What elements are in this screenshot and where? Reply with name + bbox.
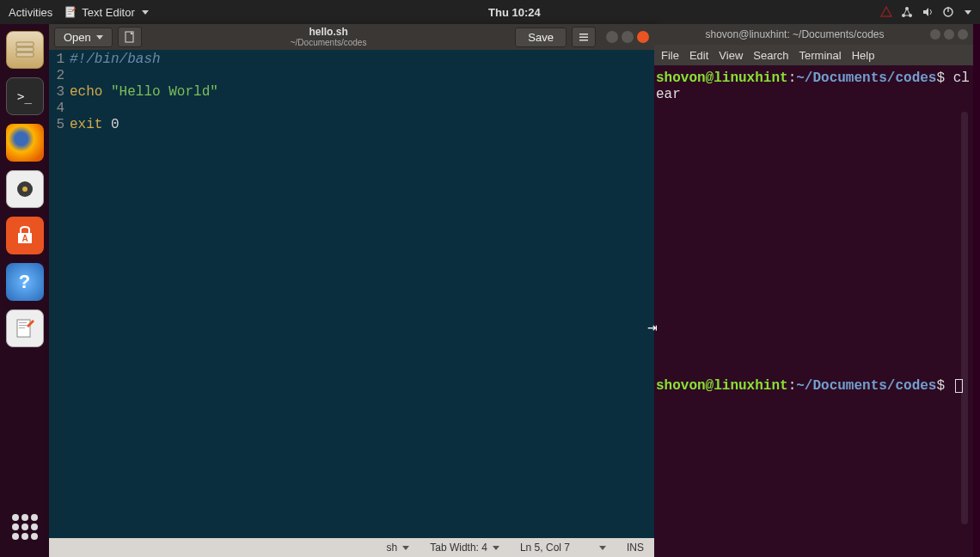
maximize-button[interactable]	[622, 31, 634, 43]
new-doc-icon	[124, 31, 136, 43]
editor-title: hello.sh ~/Documents/codes	[147, 27, 511, 47]
cursor-position[interactable]: Ln 5, Col 7	[520, 542, 606, 554]
app-menu-label: Text Editor	[82, 6, 134, 19]
minimize-button[interactable]	[930, 29, 940, 40]
svg-rect-23	[579, 40, 588, 41]
terminal-icon[interactable]: >_	[6, 77, 44, 115]
close-button[interactable]	[958, 29, 968, 40]
terminal-titlebar: shovon@linuxhint: ~/Documents/codes	[654, 24, 973, 45]
activities-button[interactable]: Activities	[9, 6, 52, 19]
svg-rect-2	[68, 11, 73, 12]
chevron-down-icon	[493, 546, 499, 550]
code-line-1: #!/bin/bash	[70, 52, 161, 67]
language-selector[interactable]: sh	[387, 542, 410, 554]
minimize-button[interactable]	[606, 31, 618, 43]
svg-rect-8	[947, 7, 948, 12]
chevron-down-icon[interactable]	[965, 10, 971, 15]
terminal-body[interactable]: shovon@linuxhint:~/Documents/codes$ clea…	[654, 65, 973, 557]
menu-help[interactable]: Help	[852, 49, 875, 62]
code-line-5-num: 0	[111, 117, 119, 132]
svg-rect-9	[16, 42, 34, 46]
svg-rect-19	[19, 327, 25, 328]
status-bar: sh Tab Width: 4 Ln 5, Col 7 INS	[49, 538, 654, 557]
editor-icon[interactable]	[6, 309, 44, 347]
chevron-down-icon	[599, 546, 606, 550]
window-controls	[606, 31, 649, 43]
code-line-3-cmd: echo	[70, 84, 102, 100]
menu-file[interactable]: File	[661, 49, 679, 62]
warning-icon	[880, 6, 892, 18]
chevron-down-icon	[142, 10, 149, 15]
svg-text:A: A	[21, 234, 28, 243]
terminal-window: shovon@linuxhint: ~/Documents/codes File…	[654, 24, 973, 557]
svg-rect-18	[19, 325, 27, 326]
hamburger-icon	[578, 31, 590, 43]
terminal-title: shovon@linuxhint: ~/Documents/codes	[659, 28, 930, 40]
open-button[interactable]: Open	[54, 28, 113, 47]
chevron-down-icon	[402, 546, 409, 550]
code-line-5-cmd: exit	[70, 117, 102, 132]
app-menu[interactable]: Text Editor	[64, 6, 148, 19]
text-editor-icon	[64, 6, 77, 18]
dock: >_ A ?	[0, 24, 49, 557]
terminal-scrollbar[interactable]	[961, 112, 968, 524]
tab-width-selector[interactable]: Tab Width: 4	[430, 542, 499, 554]
terminal-line-2: shovon@linuxhint:~/Documents/codes$	[656, 378, 971, 395]
file-name: hello.sh	[147, 27, 511, 38]
close-button[interactable]	[637, 31, 649, 43]
menu-view[interactable]: View	[719, 49, 743, 62]
save-button[interactable]: Save	[515, 28, 567, 47]
clock[interactable]: Thu 10:24	[149, 6, 880, 19]
music-icon[interactable]	[6, 170, 44, 208]
line-gutter: 1 2 3 4 5	[49, 52, 66, 538]
power-icon[interactable]	[942, 6, 954, 18]
svg-rect-21	[579, 34, 588, 35]
file-path: ~/Documents/codes	[147, 38, 511, 47]
help-icon[interactable]: ?	[6, 263, 44, 301]
insert-mode[interactable]: INS	[627, 542, 644, 554]
svg-rect-3	[68, 14, 71, 15]
files-icon[interactable]	[6, 31, 44, 69]
menu-terminal[interactable]: Terminal	[799, 49, 842, 62]
network-icon[interactable]	[901, 6, 913, 18]
code-line-3-str: "Hello World"	[111, 84, 218, 100]
firefox-icon[interactable]	[6, 124, 44, 162]
svg-rect-10	[16, 47, 34, 52]
svg-rect-17	[19, 322, 27, 323]
editor-header: Open hello.sh ~/Documents/codes Save	[49, 24, 654, 50]
svg-point-13	[22, 187, 28, 192]
top-bar: Activities Text Editor Thu 10:24	[0, 0, 980, 24]
editor-body[interactable]: 1 2 3 4 5 #!/bin/bash echo "Hello World"…	[49, 50, 654, 538]
open-label: Open	[64, 31, 91, 44]
svg-rect-22	[579, 37, 588, 39]
hamburger-menu-button[interactable]	[572, 27, 596, 47]
svg-rect-11	[16, 52, 34, 57]
volume-icon[interactable]	[922, 6, 934, 18]
menu-search[interactable]: Search	[753, 49, 788, 62]
text-editor-window: Open hello.sh ~/Documents/codes Save 1 2…	[49, 24, 654, 557]
new-document-button[interactable]	[118, 27, 142, 47]
svg-rect-1	[68, 9, 73, 10]
chevron-down-icon	[96, 35, 103, 40]
code-area[interactable]: #!/bin/bash echo "Hello World" exit 0	[66, 52, 218, 538]
terminal-menubar: File Edit View Search Terminal Help	[654, 45, 973, 65]
terminal-line-1: shovon@linuxhint:~/Documents/codes$ clea…	[656, 70, 971, 103]
show-apps-button[interactable]	[12, 514, 38, 540]
software-icon[interactable]: A	[6, 217, 44, 254]
menu-edit[interactable]: Edit	[689, 49, 708, 62]
maximize-button[interactable]	[944, 29, 954, 40]
